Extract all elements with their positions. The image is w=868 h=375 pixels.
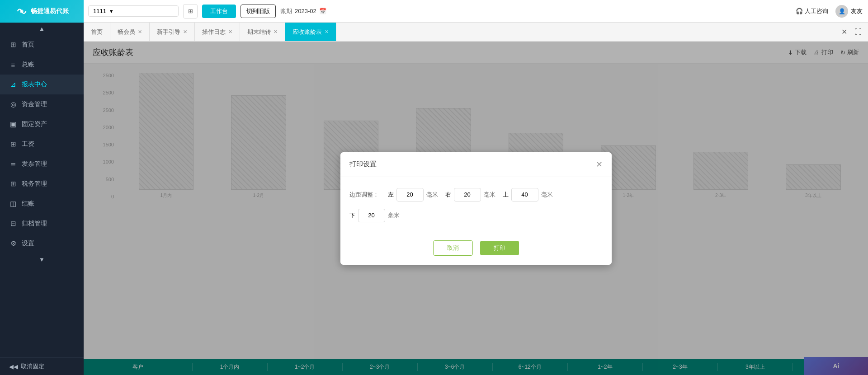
tab-close-ar-aging[interactable]: ✕ — [325, 29, 329, 35]
tab-label: 首页 — [91, 28, 103, 36]
sidebar-item-label: 归档管理 — [22, 220, 47, 228]
main-layout: ▲ ⊞ 首页 ≡ 总账 ⊿ 报表中心 ◎ 资金管理 ▣ 固定资产 ⊞ 工资 ≣ … — [0, 23, 868, 375]
tax-icon: ⊞ — [9, 180, 17, 188]
tab-period-end[interactable]: 期末结转✕ — [240, 23, 285, 41]
confirm-print-button[interactable]: 打印 — [480, 241, 519, 255]
modal-title: 打印设置 — [349, 160, 377, 169]
tab-label: 期末结转 — [247, 28, 271, 36]
tab-bar: 首页畅会员✕新手引导✕操作日志✕期末结转✕应收账龄表✕ ✕ ⛶ — [84, 23, 868, 42]
top-margin-input[interactable] — [511, 188, 538, 202]
tab-home[interactable]: 首页 — [84, 23, 110, 41]
tab-label: 应收账龄表 — [292, 28, 322, 36]
sidebar-scroll-up[interactable]: ▲ — [0, 23, 84, 35]
settings-icon: ⚙ — [9, 239, 17, 248]
left-margin-unit: 毫米 — [426, 191, 438, 199]
modal-header: 打印设置 ✕ — [340, 152, 612, 177]
sidebar-item-home[interactable]: ⊞ 首页 — [0, 35, 84, 55]
sidebar-item-label: 固定资产 — [22, 120, 47, 128]
app-logo-text: 畅捷通易代账 — [31, 7, 69, 15]
user-area[interactable]: 👤 友友 — [835, 5, 863, 18]
avatar: 👤 — [835, 5, 848, 18]
modal-body: 边距调整： 左 毫米 右 毫米 — [340, 177, 612, 233]
page-content: 应收账龄表 ⬇ 下载 🖨 打印 ↻ 刷新 — [84, 42, 868, 375]
period-area: 账期 2023-02 📅 — [280, 7, 326, 15]
margin-adjust-label: 边距调整： — [349, 191, 379, 199]
maximize-tab-button[interactable]: ⛶ — [853, 26, 863, 38]
collapse-icon: ◀◀ — [9, 363, 18, 370]
sidebar-item-label: 报表中心 — [22, 80, 47, 89]
margin-top-group: 上 毫米 — [503, 188, 553, 202]
sidebar-item-ledger[interactable]: ≡ 总账 — [0, 55, 84, 75]
salary-icon: ⊞ — [9, 140, 17, 148]
dropdown-arrow-icon: ▾ — [110, 8, 113, 14]
left-margin-label: 左 — [388, 191, 394, 199]
collapse-sidebar-button[interactable]: ◀◀ 取消固定 — [0, 357, 84, 375]
tab-oplog[interactable]: 操作日志✕ — [195, 23, 240, 41]
close-tab-button[interactable]: ✕ — [840, 26, 849, 38]
tab-label: 畅会员 — [118, 28, 135, 36]
margin-left-group: 左 毫米 — [388, 188, 438, 202]
left-margin-input[interactable] — [396, 188, 424, 202]
sidebar-item-label: 设置 — [22, 239, 34, 248]
calendar-icon[interactable]: 📅 — [319, 8, 326, 14]
modal-close-button[interactable]: ✕ — [596, 159, 603, 169]
tab-guide[interactable]: 新手引导✕ — [150, 23, 195, 41]
sidebar-item-label: 发票管理 — [22, 160, 47, 168]
sidebar: ▲ ⊞ 首页 ≡ 总账 ⊿ 报表中心 ◎ 资金管理 ▣ 固定资产 ⊞ 工资 ≣ … — [0, 23, 84, 375]
tab-close-guide[interactable]: ✕ — [183, 29, 187, 35]
sidebar-item-tax[interactable]: ⊞ 税务管理 — [0, 174, 84, 194]
sidebar-item-assets[interactable]: ▣ 固定资产 — [0, 114, 84, 134]
sidebar-item-label: 工资 — [22, 140, 34, 148]
tab-close-period-end[interactable]: ✕ — [274, 29, 278, 35]
bottom-margin-label: 下 — [349, 211, 355, 220]
tab-close-member[interactable]: ✕ — [138, 29, 142, 35]
svg-point-0 — [20, 9, 23, 13]
reports-icon: ⊿ — [9, 80, 17, 89]
company-selector[interactable]: 1111 ▾ — [88, 5, 179, 17]
funds-icon: ◎ — [9, 100, 17, 108]
sidebar-item-archive[interactable]: ⊟ 归档管理 — [0, 214, 84, 234]
sidebar-item-invoice[interactable]: ≣ 发票管理 — [0, 154, 84, 174]
sidebar-item-label: 税务管理 — [22, 180, 47, 188]
switch-version-button[interactable]: 切到旧版 — [241, 5, 276, 18]
sidebar-scroll-down[interactable]: ▼ — [0, 253, 84, 266]
consult-button[interactable]: 🎧 人工咨询 — [796, 7, 828, 15]
sidebar-item-funds[interactable]: ◎ 资金管理 — [0, 94, 84, 114]
header-right: 🎧 人工咨询 👤 友友 — [796, 5, 863, 18]
invoice-icon: ≣ — [9, 160, 17, 168]
modal-footer: 取消 打印 — [340, 233, 612, 265]
logo-area: 畅捷通易代账 — [0, 0, 84, 23]
checkout-icon: ◫ — [9, 200, 17, 208]
tab-close-oplog[interactable]: ✕ — [228, 29, 232, 35]
right-margin-input[interactable] — [454, 188, 481, 202]
cancel-button[interactable]: 取消 — [433, 240, 473, 256]
print-settings-modal: 打印设置 ✕ 边距调整： 左 毫米 右 — [340, 152, 612, 265]
tab-member[interactable]: 畅会员✕ — [110, 23, 150, 41]
ledger-icon: ≡ — [9, 61, 17, 69]
collapse-label: 取消固定 — [21, 362, 44, 370]
modal-overlay: 打印设置 ✕ 边距调整： 左 毫米 右 — [84, 42, 868, 375]
period-value: 2023-02 — [295, 8, 316, 14]
sidebar-item-settings[interactable]: ⚙ 设置 — [0, 234, 84, 253]
user-label: 友友 — [851, 7, 863, 15]
margin-row: 边距调整： 左 毫米 右 毫米 — [349, 188, 603, 222]
margin-right-group: 右 毫米 — [445, 188, 495, 202]
tab-label: 操作日志 — [202, 28, 226, 36]
top-header: 畅捷通易代账 1111 ▾ ⊞ 工作台 切到旧版 账期 2023-02 📅 🎧 … — [0, 0, 868, 23]
tab-label: 新手引导 — [157, 28, 180, 36]
avatar-icon: 👤 — [839, 8, 845, 14]
copy-button[interactable]: ⊞ — [183, 4, 198, 19]
sidebar-item-checkout[interactable]: ◫ 结账 — [0, 194, 84, 214]
top-margin-unit: 毫米 — [541, 191, 553, 199]
copy-icon: ⊞ — [188, 8, 193, 14]
sidebar-item-label: 资金管理 — [22, 100, 47, 108]
sidebar-item-salary[interactable]: ⊞ 工资 — [0, 134, 84, 154]
workbench-button[interactable]: 工作台 — [202, 5, 236, 18]
top-margin-label: 上 — [503, 191, 509, 199]
company-name: 1111 — [93, 8, 106, 14]
period-label: 账期 — [280, 7, 292, 15]
tab-ar-aging[interactable]: 应收账龄表✕ — [285, 23, 336, 41]
bottom-margin-input[interactable] — [358, 209, 385, 222]
headset-icon: 🎧 — [796, 8, 803, 14]
sidebar-item-reports[interactable]: ⊿ 报表中心 — [0, 75, 84, 94]
